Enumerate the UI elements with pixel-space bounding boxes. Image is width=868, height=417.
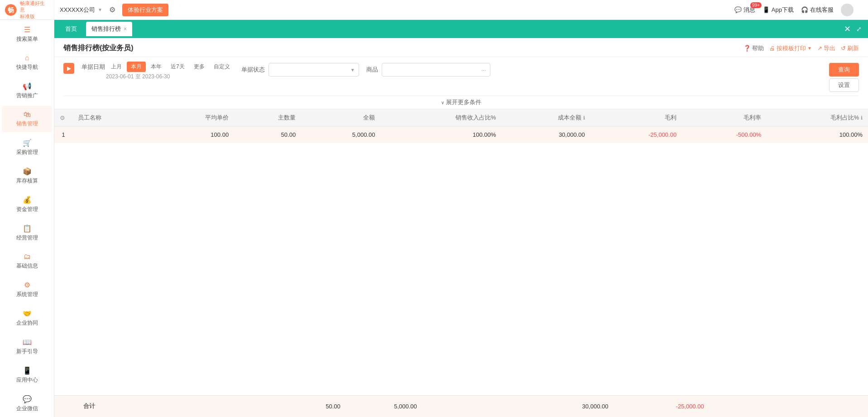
sidebar-item-label-finance: 资金管理 [16,206,38,213]
content-area: 首页 销售排行榜 × ✕ ⤢ 销售排行榜(按业务员) ❓ 帮助 🖨 按模板打印 … [54,20,868,417]
sidebar-item-guide[interactable]: 📖 新手引导 [2,333,52,360]
filter-expand-arrow[interactable]: ▶ [63,63,74,74]
date-btn-this-month[interactable]: 本月 [127,62,146,72]
company-name: XXXXXX公司 [60,6,95,14]
trial-btn[interactable]: 体验行业方案 [122,4,168,16]
sidebar-item-marketing[interactable]: 📢 营销推广 [2,77,52,104]
refresh-btn[interactable]: ↺ 刷新 [841,44,859,53]
col-gross: 毛利 [590,109,682,127]
template-print-btn[interactable]: 🖨 按模板打印 ▼ [769,44,812,53]
sidebar-item-label-sales: 销售管理 [16,120,38,128]
wechat-icon: 💬 [23,395,32,403]
cell-employee [72,127,153,143]
date-btn-more[interactable]: 更多 [190,62,209,72]
sidebar-item-inventory[interactable]: 📦 库存核算 [2,163,52,189]
app-download-label: App下载 [772,6,794,14]
footer-gross: -25,000.00 [614,400,709,412]
cell-amount: 5,000.00 [301,127,380,143]
date-btn-custom[interactable]: 自定义 [210,62,234,72]
online-service-btn[interactable]: 🎧 在线客服 [801,6,834,14]
help-btn[interactable]: ❓ 帮助 [743,44,764,53]
expand-more-label: 展开更多条件 [446,98,481,106]
settings-gear-btn[interactable]: ⚙ [106,4,119,16]
chevron-down-icon: ▼ [98,7,102,12]
sidebar-item-label-search: 搜索菜单 [16,35,38,43]
online-service-label: 在线客服 [810,6,834,14]
logo-icon: 畅 [5,4,17,16]
sidebar-item-wechat[interactable]: 💬 企业微信 [2,390,52,417]
sidebar-item-operations[interactable]: 📋 经营管理 [2,220,52,246]
sidebar-item-label-inventory: 库存核算 [16,177,38,185]
logo-text: 畅康通好生意 标准版 [20,0,49,19]
avatar[interactable] [841,4,854,16]
date-btn-this-year[interactable]: 本年 [147,62,166,72]
sidebar-item-appcenter[interactable]: 📱 应用中心 [2,362,52,388]
col-employee: 员工名称 [72,109,153,127]
sidebar-item-purchase[interactable]: 🛒 采购管理 [2,134,52,161]
goods-input[interactable]: ··· [382,63,490,77]
system-icon: ⚙ [24,281,30,289]
finance-icon: 💰 [23,196,32,204]
query-btn[interactable]: 查询 [829,63,859,77]
sidebar-item-finance[interactable]: 💰 资金管理 [2,191,52,218]
page-title: 销售排行榜(按业务员) [63,43,134,53]
sidebar-item-label-system: 系统管理 [16,291,38,298]
sidebar-item-basic[interactable]: 🗂 基础信息 [2,248,52,274]
col-quantity: 主数量 [234,109,301,127]
operations-icon: 📋 [23,224,32,233]
export-icon: ↗ [817,45,822,52]
sidebar-item-system[interactable]: ⚙ 系统管理 [2,276,52,303]
date-btn-7days[interactable]: 近7天 [167,62,189,72]
inventory-icon: 📦 [23,167,32,176]
filter-bar: ▶ 单据日期 上月 本月 本年 近7天 更多 自定义 [54,57,868,109]
expand-more-row[interactable]: ∨ 展开更多条件 [63,96,859,109]
sidebar-item-label-purchase: 采购管理 [16,149,38,156]
basic-icon: 🗂 [24,253,31,261]
tab-close-icon[interactable]: × [124,26,127,32]
tab-sales-ranking[interactable]: 销售排行榜 × [86,22,132,36]
search-menu-icon: ☰ [24,25,30,34]
refresh-icon: ↺ [841,45,846,52]
table-footer: 合计 50.00 5,000.00 30,000.00 -25,000.00 [54,395,868,417]
goods-filter-label: 商品 [366,66,378,74]
cell-index: 1 [54,127,72,143]
message-btn[interactable]: 💬 消息 99+ [734,6,755,14]
footer-row: 合计 50.00 5,000.00 30,000.00 -25,000.00 [60,400,863,412]
tab-home[interactable]: 首页 [58,20,84,38]
export-btn[interactable]: ↗ 导出 [817,44,835,53]
status-select[interactable]: ▼ [269,63,359,77]
col-amount: 全额 [301,109,380,127]
col-settings-icon[interactable]: ⚙ [60,115,65,121]
phone-icon: 📱 [762,6,770,13]
cell-sales-pct: 100.00% [380,127,501,143]
table-container: ⚙ 员工名称 平均单价 主数量 全额 销售收入占比% 成本全额 ℹ 毛利 毛利率… [54,109,868,395]
window-close-btn[interactable]: ✕ [841,24,854,34]
sidebar-item-shortcut[interactable]: ⌂ 快捷导航 [2,49,52,76]
date-btn-last-month[interactable]: 上月 [107,62,126,72]
gross-pct-info-icon[interactable]: ℹ [861,115,863,120]
footer-amount: 5,000.00 [346,400,422,412]
page-action-buttons: ❓ 帮助 🖨 按模板打印 ▼ ↗ 导出 ↺ 刷新 [743,44,859,53]
page-header: 销售排行榜(按业务员) ❓ 帮助 🖨 按模板打印 ▼ ↗ 导出 ↺ 刷新 [54,38,868,57]
cell-gross-rate: -500.00% [682,127,767,143]
template-print-label: 按模板打印 [777,44,806,53]
cost-info-icon[interactable]: ℹ [583,115,585,120]
company-selector[interactable]: XXXXXX公司 ▼ [60,6,102,14]
footer-sales-pct [422,400,518,412]
date-options: 上月 本月 本年 近7天 更多 自定义 [107,62,234,72]
app-download-btn[interactable]: 📱 App下载 [762,6,794,14]
footer-label: 合计 [78,400,193,412]
sidebar-item-sales[interactable]: 🛍 销售管理 [2,106,52,132]
status-select-arrow: ▼ [350,67,355,72]
sidebar-item-enterprise[interactable]: 🤝 企业协同 [2,305,52,331]
print-chevron-icon: ▼ [807,46,812,51]
settings-btn[interactable]: 设置 [829,78,859,92]
sidebar-item-search[interactable]: ☰ 搜索菜单 [2,21,52,48]
message-badge: 99+ [750,2,762,8]
sidebar-item-label-basic: 基础信息 [16,262,38,270]
window-restore-btn[interactable]: ⤢ [854,25,864,33]
enterprise-icon: 🤝 [23,309,32,318]
table-row: 1 100.00 50.00 5,000.00 100.00% 30,000.0… [54,127,868,143]
sidebar-item-label-appcenter: 应用中心 [16,376,38,384]
chevron-down-expand-icon: ∨ [441,100,444,105]
